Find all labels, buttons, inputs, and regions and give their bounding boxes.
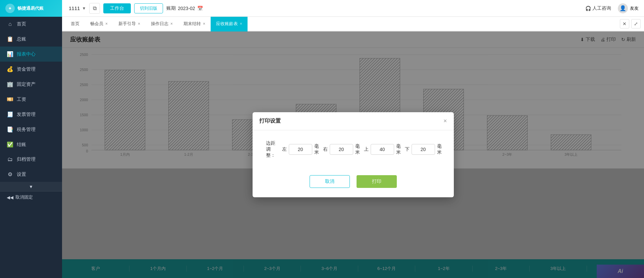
margin-top-input[interactable] bbox=[371, 144, 394, 155]
dialog-header: 打印设置 × bbox=[253, 112, 454, 130]
sidebar-item-archive[interactable]: 🗂 归档管理 bbox=[0, 152, 62, 167]
invoice-icon: 🧾 bbox=[7, 111, 13, 118]
margin-top-group: 上 毫米 bbox=[364, 143, 401, 155]
dialog-footer: 取消 打印 bbox=[253, 168, 454, 197]
sidebar-item-salary[interactable]: 💴 工资 bbox=[0, 92, 62, 107]
print-settings-dialog: 打印设置 × 边距调整： 左 毫米 右 bbox=[253, 112, 454, 197]
salary-icon: 💴 bbox=[7, 96, 13, 102]
account-period: 账期 2023-02 📅 bbox=[166, 5, 203, 11]
tab-ar-aging[interactable]: 应收账龄表 × bbox=[211, 17, 248, 31]
calendar-icon[interactable]: 📅 bbox=[197, 6, 203, 11]
tab-guide-label: 新手引导 bbox=[118, 21, 136, 27]
margin-row: 边距调整： 左 毫米 右 毫米 bbox=[266, 140, 440, 158]
cancel-fixed-icon: ◀◀ bbox=[7, 195, 13, 200]
tax-icon: 📑 bbox=[7, 126, 13, 133]
logo-text: 畅捷通易代账 bbox=[17, 5, 44, 11]
tab-home[interactable]: 首页 bbox=[65, 17, 85, 31]
margin-top-unit: 毫米 bbox=[396, 143, 401, 155]
account-period-prefix: 账期 bbox=[166, 5, 176, 11]
main-layout: ⌂ 首页 📋 总账 📊 报表中心 💰 资金管理 🏢 固定资产 💴 工资 🧾 发票… bbox=[0, 17, 644, 278]
sidebar-item-settings[interactable]: ⚙ 设置 bbox=[0, 167, 62, 182]
content-area: 首页 畅会员 × 新手引导 × 操作日志 × 期末结转 × 应收账龄表 × bbox=[62, 17, 644, 278]
closing-icon: ✅ bbox=[7, 141, 13, 148]
tab-period-close-label: 期末结转 bbox=[183, 21, 201, 27]
settings-icon: ⚙ bbox=[7, 171, 13, 178]
margin-left-unit: 毫米 bbox=[314, 143, 319, 155]
maximize-window-button[interactable]: ⤢ bbox=[631, 19, 641, 28]
sidebar-label-closing: 结账 bbox=[17, 142, 26, 148]
assets-icon: 🏢 bbox=[7, 81, 13, 87]
user-area[interactable]: 👤 友友 bbox=[618, 3, 639, 13]
sidebar-item-invoice[interactable]: 🧾 发票管理 bbox=[0, 107, 62, 122]
sidebar-label-settings: 设置 bbox=[17, 171, 26, 178]
margin-right-input[interactable] bbox=[330, 144, 353, 155]
sidebar-label-invoice: 发票管理 bbox=[17, 112, 36, 118]
copy-button[interactable]: ⧉ bbox=[89, 3, 100, 14]
margin-right-group: 右 毫米 bbox=[323, 143, 360, 155]
tab-period-close-close[interactable]: × bbox=[203, 21, 205, 26]
sidebar-item-tax[interactable]: 📑 税务管理 bbox=[0, 122, 62, 137]
home-icon: ⌂ bbox=[7, 21, 13, 27]
header-right: 🎧 人工咨询 👤 友友 bbox=[585, 3, 639, 13]
margin-right-label: 右 bbox=[323, 146, 328, 152]
tab-oplog[interactable]: 操作日志 × bbox=[146, 17, 178, 31]
sidebar-item-reports[interactable]: 📊 报表中心 bbox=[0, 47, 62, 62]
margin-left-input[interactable] bbox=[289, 144, 312, 155]
page-content: 应收账龄表 ⬇ 下载 🖨 打印 ↻ 刷新 bbox=[62, 31, 644, 278]
sidebar-item-home[interactable]: ⌂ 首页 bbox=[0, 17, 62, 31]
workbench-button[interactable]: 工作台 bbox=[103, 3, 131, 13]
tab-oplog-label: 操作日志 bbox=[151, 21, 168, 27]
ledger-icon: 📋 bbox=[7, 36, 13, 42]
tab-period-close[interactable]: 期末结转 × bbox=[178, 17, 211, 31]
dialog-overlay: 打印设置 × 边距调整： 左 毫米 右 bbox=[62, 31, 644, 278]
sidebar-label-funds: 资金管理 bbox=[17, 66, 36, 72]
sidebar-item-closing[interactable]: ✅ 结账 bbox=[0, 137, 62, 152]
sidebar-item-funds[interactable]: 💰 资金管理 bbox=[0, 62, 62, 77]
margin-bottom-label: 下 bbox=[405, 146, 410, 152]
margin-bottom-group: 下 毫米 bbox=[405, 143, 442, 155]
dialog-body: 边距调整： 左 毫米 右 毫米 bbox=[253, 130, 454, 168]
dialog-cancel-button[interactable]: 取消 bbox=[310, 175, 350, 188]
consult-button[interactable]: 🎧 人工咨询 bbox=[585, 5, 611, 11]
tab-member[interactable]: 畅会员 × bbox=[85, 17, 113, 31]
sidebar-label-reports: 报表中心 bbox=[17, 51, 36, 57]
user-avatar: 👤 bbox=[618, 3, 628, 13]
dialog-title: 打印设置 bbox=[259, 118, 281, 125]
account-period-value: 2023-02 bbox=[178, 6, 195, 11]
sidebar: ⌂ 首页 📋 总账 📊 报表中心 💰 资金管理 🏢 固定资产 💴 工资 🧾 发票… bbox=[0, 17, 62, 278]
tab-ar-aging-close[interactable]: × bbox=[240, 21, 242, 26]
dialog-print-button[interactable]: 打印 bbox=[357, 175, 397, 188]
company-select[interactable]: 1111 ▼ bbox=[69, 5, 86, 11]
tab-guide[interactable]: 新手引导 × bbox=[113, 17, 146, 31]
tab-member-label: 畅会员 bbox=[90, 21, 103, 27]
sidebar-label-salary: 工资 bbox=[17, 96, 26, 102]
tab-oplog-close[interactable]: × bbox=[170, 21, 173, 26]
logo-icon: ✦ bbox=[5, 4, 15, 13]
cancel-fixed-button[interactable]: ◀◀ 取消固定 bbox=[0, 191, 62, 203]
sidebar-label-ledger: 总账 bbox=[17, 36, 26, 42]
margin-label: 边距调整： bbox=[266, 140, 275, 158]
sidebar-label-home: 首页 bbox=[17, 21, 26, 27]
company-name: 1111 bbox=[69, 5, 80, 11]
sidebar-scroll-down[interactable]: ▼ bbox=[0, 182, 62, 191]
margin-top-label: 上 bbox=[364, 146, 369, 152]
dialog-close-button[interactable]: × bbox=[443, 118, 447, 125]
sidebar-label-tax: 税务管理 bbox=[17, 127, 36, 133]
close-window-button[interactable]: ✕ bbox=[620, 19, 629, 28]
margin-left-label: 左 bbox=[282, 146, 287, 152]
tab-guide-close[interactable]: × bbox=[138, 21, 140, 26]
dropdown-arrow-icon[interactable]: ▼ bbox=[82, 6, 86, 11]
sidebar-item-ledger[interactable]: 📋 总账 bbox=[0, 31, 62, 47]
margin-bottom-input[interactable] bbox=[412, 144, 435, 155]
archive-icon: 🗂 bbox=[7, 156, 13, 162]
user-label: 友友 bbox=[630, 5, 639, 11]
tab-member-close[interactable]: × bbox=[105, 21, 108, 26]
switch-old-button[interactable]: 切到旧版 bbox=[134, 3, 163, 13]
headset-icon: 🎧 bbox=[585, 6, 591, 11]
sidebar-label-assets: 固定资产 bbox=[17, 81, 36, 87]
tab-bar: 首页 畅会员 × 新手引导 × 操作日志 × 期末结转 × 应收账龄表 × bbox=[62, 17, 644, 31]
sidebar-item-assets[interactable]: 🏢 固定资产 bbox=[0, 77, 62, 92]
consult-label: 人工咨询 bbox=[592, 5, 611, 11]
margin-bottom-unit: 毫米 bbox=[437, 143, 442, 155]
cancel-fixed-label: 取消固定 bbox=[15, 194, 33, 200]
